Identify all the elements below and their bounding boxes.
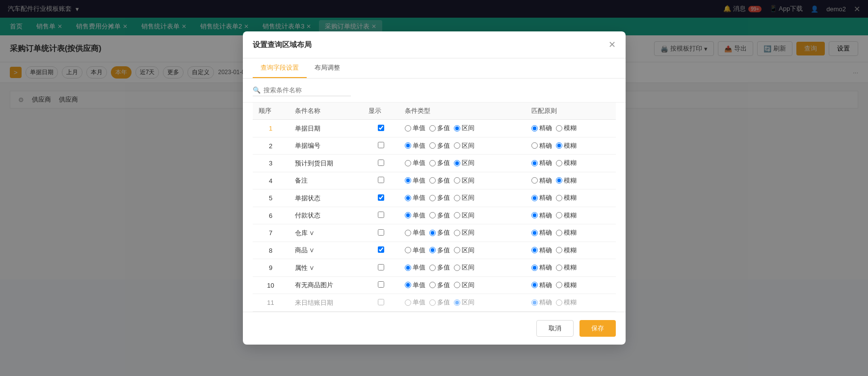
type-radio[interactable] [405, 230, 411, 236]
match-radio[interactable] [556, 160, 562, 166]
type-cell[interactable]: 单值多值区间 [399, 242, 526, 259]
type-radio-label[interactable]: 单值 [405, 124, 425, 133]
match-radio[interactable] [531, 230, 538, 236]
match-radio[interactable] [531, 160, 538, 166]
type-cell[interactable]: 单值多值区间 [399, 120, 526, 137]
type-radio-label[interactable]: 区间 [454, 141, 474, 150]
match-radio-label[interactable]: 模糊 [556, 246, 577, 255]
match-radio-label[interactable]: 模糊 [556, 211, 577, 220]
type-radio[interactable] [454, 230, 460, 236]
match-radio-label[interactable]: 精确 [531, 141, 552, 150]
type-cell[interactable]: 单值多值区间 [399, 276, 526, 279]
modal-close-button[interactable]: ✕ [608, 39, 616, 50]
type-radio-label[interactable]: 多值 [429, 263, 450, 272]
match-radio-label[interactable]: 模糊 [556, 124, 577, 133]
type-radio-label[interactable]: 单值 [405, 246, 425, 255]
type-radio-label[interactable]: 单值 [405, 193, 425, 202]
type-radio[interactable] [454, 265, 460, 271]
type-radio[interactable] [429, 265, 436, 271]
type-radio-label[interactable]: 多值 [429, 246, 450, 255]
match-radio[interactable] [556, 125, 562, 132]
display-cell[interactable] [363, 137, 399, 155]
display-cell[interactable] [363, 224, 399, 242]
display-cell[interactable] [363, 276, 399, 279]
type-radio-label[interactable]: 区间 [454, 159, 474, 167]
type-radio[interactable] [429, 247, 436, 253]
match-cell[interactable]: 精确模糊 [526, 172, 616, 189]
type-radio[interactable] [405, 195, 411, 201]
type-radio-label[interactable]: 单值 [405, 141, 425, 150]
match-cell[interactable]: 精确模糊 [526, 276, 616, 279]
match-radio[interactable] [556, 177, 562, 184]
match-radio[interactable] [531, 247, 538, 253]
modal-tab-query-fields[interactable]: 查询字段设置 [253, 58, 307, 78]
type-cell[interactable]: 单值多值区间 [399, 155, 526, 172]
display-checkbox[interactable] [378, 160, 384, 166]
match-radio[interactable] [556, 247, 562, 253]
display-cell[interactable] [363, 155, 399, 172]
type-radio[interactable] [454, 177, 460, 184]
type-cell[interactable]: 单值多值区间 [399, 172, 526, 189]
match-radio[interactable] [531, 265, 538, 271]
match-radio-label[interactable]: 精确 [531, 124, 552, 133]
type-radio-label[interactable]: 多值 [429, 228, 450, 237]
display-cell[interactable] [363, 242, 399, 259]
match-radio-label[interactable]: 模糊 [556, 193, 577, 202]
type-radio[interactable] [454, 142, 460, 149]
match-radio[interactable] [531, 177, 538, 184]
type-cell[interactable]: 单值多值区间 [399, 224, 526, 242]
type-radio[interactable] [405, 125, 411, 132]
type-cell[interactable]: 单值多值区间 [399, 189, 526, 207]
type-radio-label[interactable]: 区间 [454, 246, 474, 255]
type-radio-label[interactable]: 区间 [454, 228, 474, 237]
match-radio[interactable] [556, 212, 562, 218]
type-radio-label[interactable]: 单值 [405, 211, 425, 220]
type-radio-label[interactable]: 多值 [429, 124, 450, 133]
type-radio[interactable] [429, 160, 436, 166]
match-radio[interactable] [531, 195, 538, 201]
type-radio-label[interactable]: 区间 [454, 193, 474, 202]
display-checkbox[interactable] [378, 142, 384, 148]
match-cell[interactable]: 精确模糊 [526, 120, 616, 137]
type-radio-label[interactable]: 多值 [429, 176, 450, 185]
search-input[interactable] [263, 86, 342, 94]
type-radio-label[interactable]: 区间 [454, 176, 474, 185]
match-cell[interactable]: 精确模糊 [526, 224, 616, 242]
type-radio[interactable] [454, 195, 460, 201]
match-radio-label[interactable]: 模糊 [556, 228, 577, 237]
display-checkbox[interactable] [378, 125, 384, 131]
type-radio-label[interactable]: 区间 [454, 263, 474, 272]
match-radio[interactable] [556, 195, 562, 201]
type-radio-label[interactable]: 多值 [429, 159, 450, 167]
type-radio[interactable] [454, 212, 460, 218]
match-radio-label[interactable]: 精确 [531, 246, 552, 255]
type-radio[interactable] [405, 212, 411, 218]
modal-tab-layout[interactable]: 布局调整 [307, 58, 348, 78]
match-cell[interactable]: 精确模糊 [526, 137, 616, 155]
display-checkbox[interactable] [378, 264, 384, 270]
match-radio-label[interactable]: 模糊 [556, 159, 577, 167]
match-radio[interactable] [556, 142, 562, 149]
match-cell[interactable]: 精确模糊 [526, 155, 616, 172]
display-checkbox[interactable] [378, 246, 384, 253]
display-cell[interactable] [363, 207, 399, 224]
match-radio[interactable] [531, 125, 538, 132]
match-cell[interactable]: 精确模糊 [526, 189, 616, 207]
display-checkbox[interactable] [378, 194, 384, 201]
match-radio-label[interactable]: 模糊 [556, 141, 577, 150]
type-radio-label[interactable]: 区间 [454, 211, 474, 220]
display-cell[interactable] [363, 259, 399, 277]
type-radio-label[interactable]: 单值 [405, 159, 425, 167]
type-radio-label[interactable]: 多值 [429, 193, 450, 202]
type-radio[interactable] [429, 212, 436, 218]
display-cell[interactable] [363, 189, 399, 207]
type-radio[interactable] [405, 265, 411, 271]
match-cell[interactable]: 精确模糊 [526, 259, 616, 277]
match-radio-label[interactable]: 精确 [531, 193, 552, 202]
display-checkbox[interactable] [378, 212, 384, 218]
match-radio[interactable] [556, 265, 562, 271]
type-radio[interactable] [405, 160, 411, 166]
type-radio[interactable] [429, 230, 436, 236]
match-radio-label[interactable]: 精确 [531, 228, 552, 237]
type-radio[interactable] [454, 247, 460, 253]
